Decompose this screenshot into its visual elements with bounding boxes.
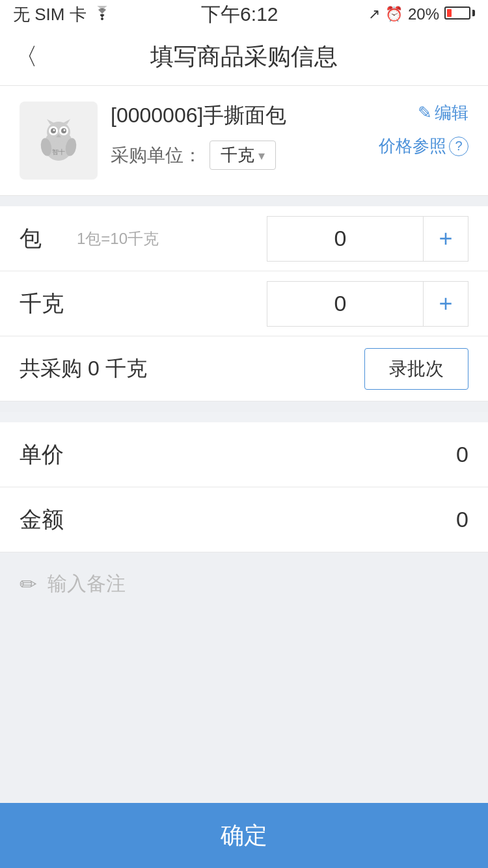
status-time: 下午6:12 <box>201 1 278 28</box>
bag-label: 包 <box>20 224 72 254</box>
edit-button[interactable]: ✎ 编辑 <box>418 102 468 124</box>
kg-quantity-input[interactable] <box>267 281 423 327</box>
kg-label: 千克 <box>20 289 72 319</box>
section-divider-1 <box>0 196 488 206</box>
amount-label: 金额 <box>20 505 64 535</box>
svg-point-8 <box>64 129 66 131</box>
bag-plus-icon: + <box>439 225 452 252</box>
svg-point-0 <box>101 18 103 20</box>
price-ref-button[interactable]: 价格参照 ? <box>379 135 468 157</box>
svg-text:智十: 智十 <box>52 148 65 156</box>
carrier-label: 无 SIM 卡 <box>13 3 87 26</box>
product-name: [0000006]手撕面包 <box>111 102 366 130</box>
unit-price-label: 单价 <box>20 440 64 470</box>
kg-input-right: + <box>267 281 468 327</box>
wifi-icon <box>93 5 111 25</box>
edit-icon: ✎ <box>418 103 432 123</box>
confirm-button[interactable]: 确定 <box>0 803 488 868</box>
record-batch-label: 录批次 <box>389 357 444 381</box>
price-section: 单价 0 金额 0 <box>0 422 488 552</box>
kg-plus-icon: + <box>439 290 452 318</box>
product-actions: ✎ 编辑 价格参照 ? <box>379 102 468 157</box>
product-image: 智十 <box>20 102 98 180</box>
page-title: 填写商品采购信息 <box>150 41 338 73</box>
unit-select[interactable]: 千克 ▾ <box>210 141 276 170</box>
battery-icon <box>444 5 475 23</box>
product-card: 智十 [0000006]手撕面包 采购单位： 千克 ▾ ✎ 编辑 价格参照 ? <box>0 86 488 196</box>
record-batch-button[interactable]: 录批次 <box>364 348 468 390</box>
notes-placeholder: 输入备注 <box>47 571 126 597</box>
unit-value: 千克 <box>221 144 254 167</box>
amount-value: 0 <box>456 507 468 532</box>
bag-plus-button[interactable]: + <box>423 216 468 262</box>
edit-label: 编辑 <box>435 102 468 124</box>
price-ref-label: 价格参照 <box>379 135 446 157</box>
total-row: 共采购 0 千克 录批次 <box>0 336 488 401</box>
svg-point-7 <box>53 129 55 131</box>
unit-prefix-label: 采购单位： <box>111 143 202 168</box>
nav-bar: 〈 填写商品采购信息 <box>0 29 488 86</box>
alarm-icon: ⏰ <box>385 6 403 23</box>
bag-input-row: 包 1包=10千克 + <box>0 206 488 271</box>
notes-section[interactable]: ✏ 输入备注 <box>0 552 488 616</box>
location-icon: ↗ <box>368 6 380 23</box>
kg-input-row: 千克 + <box>0 271 488 336</box>
help-icon: ? <box>449 137 468 156</box>
bag-sublabel: 1包=10千克 <box>77 228 159 249</box>
product-unit-row: 采购单位： 千克 ▾ <box>111 141 366 170</box>
pencil-icon: ✏ <box>20 572 37 597</box>
kg-plus-button[interactable]: + <box>423 281 468 327</box>
total-label: 共采购 0 千克 <box>20 355 147 383</box>
product-info: [0000006]手撕面包 采购单位： 千克 ▾ <box>111 102 366 170</box>
chevron-down-icon: ▾ <box>258 148 265 163</box>
amount-row: 金额 0 <box>0 487 488 552</box>
back-button[interactable]: 〈 <box>0 29 52 86</box>
back-arrow-icon: 〈 <box>14 41 38 73</box>
bottom-spacer <box>0 616 488 811</box>
confirm-label: 确定 <box>221 820 267 852</box>
status-bar: 无 SIM 卡 下午6:12 ↗ ⏰ 20% <box>0 0 488 29</box>
status-right: ↗ ⏰ 20% <box>368 5 475 23</box>
unit-price-value: 0 <box>456 442 468 467</box>
bag-quantity-input[interactable] <box>267 216 423 262</box>
input-section: 包 1包=10千克 + 千克 + 共采购 0 千克 录批次 <box>0 206 488 401</box>
unit-price-row: 单价 0 <box>0 422 488 487</box>
bag-input-right: + <box>267 216 468 262</box>
section-divider-2 <box>0 401 488 412</box>
status-left: 无 SIM 卡 <box>13 3 111 26</box>
battery-pct: 20% <box>408 5 439 23</box>
